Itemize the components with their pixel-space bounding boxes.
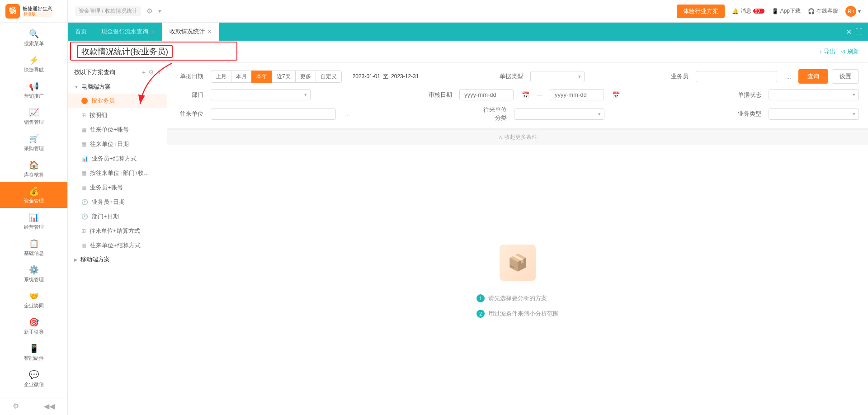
message-label: 消息 [741, 7, 751, 15]
username-display[interactable]: Rit ▾ [845, 6, 861, 17]
message-action[interactable]: 🔔 消息 99+ [732, 7, 764, 15]
tab-bar: 首页 现金银行流水查询 ✕ 收款情况统计 ✕ ✕ ⛶ [68, 23, 868, 41]
sidebar-item-wechat[interactable]: 💬 企业微信 [0, 365, 67, 391]
date-separator: 至 [383, 73, 388, 80]
scheme-item-unit-account[interactable]: ▦ 往来单位+账号 [68, 123, 167, 137]
scheme-item-salesperson-account[interactable]: ▦ 业务员+账号 [68, 180, 167, 195]
sidebar-item-sales[interactable]: 📈 销售管理 [0, 103, 67, 129]
sidebar-item-marketing[interactable]: 📢 营销推广 [0, 77, 67, 103]
partner-category-select[interactable] [514, 108, 604, 120]
doc-type-select[interactable] [530, 71, 585, 82]
scheme-group-mobile-title[interactable]: ▶ 移动端方案 [68, 253, 167, 266]
sidebar-item-operation[interactable]: 📊 经营管理 [0, 208, 67, 234]
date-btn-this-year[interactable]: 本年 [251, 71, 272, 83]
sidebar-item-finance[interactable]: 💰 资金管理 [0, 182, 67, 208]
tab-home[interactable]: 首页 [68, 23, 94, 41]
trial-button[interactable]: 体验行业方案 [677, 5, 725, 18]
audit-end-input[interactable] [550, 89, 604, 100]
set-button[interactable]: 设置 [832, 69, 859, 84]
doc-type-select-wrap [530, 71, 585, 82]
scheme-item-by-detail[interactable]: ⊞ 按明细 [68, 108, 167, 123]
refresh-button[interactable]: ↺ 刷新 [841, 47, 859, 56]
system-icon: ⚙️ [29, 265, 39, 275]
scheme-group-desktop-title[interactable]: ▼ 电脑端方案 [68, 80, 167, 94]
audit-start-input[interactable] [459, 89, 514, 100]
scheme-settings-icon[interactable]: ⚙ [148, 69, 154, 76]
biz-type-wrap [769, 108, 859, 120]
content-area: 收款情况统计(按业务员) ↑ 导出 ↺ 刷新 按以下方案查询 [68, 41, 868, 415]
page-title: 收款情况统计(按业务员) [77, 45, 173, 58]
header-gear-icon[interactable]: ⚙ [146, 7, 153, 15]
salesperson-input[interactable] [696, 71, 777, 82]
collapse-panel-icon[interactable]: « [157, 69, 160, 76]
basic-icon: 📋 [29, 239, 39, 249]
date-btn-last-month[interactable]: 上月 [211, 71, 231, 83]
date-btn-last7[interactable]: 近7天 [272, 71, 295, 83]
sidebar-footer: ⚙ ◀◀ [0, 397, 67, 415]
scheme-item-salesperson-date[interactable]: 🕐 业务员+日期 [68, 195, 167, 209]
tab-close-all-icon[interactable]: ✕ [846, 28, 852, 36]
home-tab-label: 首页 [75, 28, 87, 36]
sidebar-item-search[interactable]: 🔍 搜索菜单 [0, 24, 67, 51]
salesperson-settle-label: 业务员+结算方式 [92, 155, 137, 163]
unit-dept-label: 按往来单位+部门+收... [90, 169, 149, 177]
sidebar-item-warehouse[interactable]: 🏠 库存核算 [0, 156, 67, 182]
sidebar-label-warehouse: 库存核算 [24, 171, 44, 178]
tab-receipt-close-icon[interactable]: ✕ [208, 29, 212, 35]
tip-num-2: 2 [476, 310, 485, 318]
left-panel: 按以下方案查询 + ⚙ « ▼ 电脑端方案 按业务员 [68, 63, 167, 415]
salesperson-more-icon[interactable]: ... [786, 73, 791, 80]
scheme-item-unit-settle2[interactable]: ▦ 往来单位+结算方式 [68, 238, 167, 253]
scheme-item-unit-dept[interactable]: ▦ 按往来单位+部门+收... [68, 166, 167, 180]
date-range-display: 2023-01-01 至 2023-12-31 [353, 73, 419, 80]
online-service-action[interactable]: 🎧 在线客服 [808, 7, 838, 15]
audit-date-label: 审核日期 [425, 91, 452, 99]
warehouse-icon: 🏠 [29, 160, 39, 170]
header-dropdown-icon[interactable]: ▾ [158, 8, 161, 14]
partner-input[interactable] [211, 108, 336, 120]
scheme-item-by-salesperson[interactable]: 按业务员 [68, 94, 167, 108]
sidebar-item-purchase[interactable]: 🛒 采购管理 [0, 129, 67, 156]
dept-select[interactable] [211, 89, 311, 100]
tab-receipt[interactable]: 收款情况统计 ✕ [162, 23, 219, 41]
biz-type-select[interactable] [769, 108, 859, 120]
scheme-item-salesperson-settle[interactable]: 📊 业务员+结算方式 [68, 151, 167, 166]
scheme-item-unit-settle1[interactable]: ⊞ 往来单位+结算方式 [68, 224, 167, 238]
doc-type-label: 单据类型 [496, 72, 523, 80]
operation-icon: 📊 [29, 212, 39, 222]
biz-type-label: 业务类型 [734, 110, 761, 118]
tab-resize-icon[interactable]: ⛶ [855, 28, 863, 36]
date-btn-custom[interactable]: 自定义 [316, 71, 342, 83]
tab-bank[interactable]: 现金银行流水查询 ✕ [94, 23, 162, 41]
export-button[interactable]: ↑ 导出 [820, 47, 836, 56]
detail-scheme-label: 按明细 [90, 111, 107, 119]
app-download-action[interactable]: 📱 App下载 [772, 7, 801, 15]
partner-more-icon[interactable]: ... [345, 111, 350, 118]
desktop-group-arrow: ▼ [74, 85, 79, 90]
sidebar-item-corp[interactable]: 🤝 企业协同 [0, 287, 67, 313]
sidebar-item-basic[interactable]: 📋 基础信息 [0, 234, 67, 260]
collapse-footer-icon[interactable]: ◀◀ [44, 402, 55, 410]
scheme-item-dept-date[interactable]: 🕐 部门+日期 [68, 209, 167, 224]
sidebar-label-nav: 快捷导航 [24, 66, 44, 73]
sidebar-label-basic: 基础信息 [24, 250, 44, 257]
date-btn-more[interactable]: 更多 [295, 71, 316, 83]
doc-status-select[interactable] [769, 89, 859, 100]
audit-start-cal-icon[interactable]: 📅 [522, 91, 529, 99]
sidebar-item-hardware[interactable]: 📱 智能硬件 [0, 339, 67, 365]
add-scheme-icon[interactable]: + [142, 69, 146, 76]
sidebar-item-nav[interactable]: ⚡ 快捷导航 [0, 51, 67, 77]
scheme-item-unit-date[interactable]: ▦ 往来单位+日期 [68, 137, 167, 151]
sidebar-item-system[interactable]: ⚙️ 系统管理 [0, 260, 67, 287]
collapse-bar[interactable]: ∧ 收起更多条件 [167, 129, 868, 145]
sidebar-item-guide[interactable]: 🎯 新手引导 [0, 313, 67, 339]
sidebar-item-member[interactable]: ♛ 畅会员 [0, 391, 67, 397]
settings-footer-icon[interactable]: ⚙ [13, 402, 19, 410]
tab-bank-close-icon[interactable]: ✕ [151, 29, 155, 35]
page-title-bar: 收款情况统计(按业务员) ↑ 导出 ↺ 刷新 [68, 41, 868, 63]
filter-row-2: 部门 审核日期 📅 — 📅 单据状态 [176, 89, 859, 100]
query-button[interactable]: 查询 [798, 69, 828, 84]
date-btn-this-month[interactable]: 本月 [231, 71, 251, 83]
audit-end-cal-icon[interactable]: 📅 [612, 91, 620, 99]
left-panel-title: 按以下方案查询 [74, 68, 115, 76]
